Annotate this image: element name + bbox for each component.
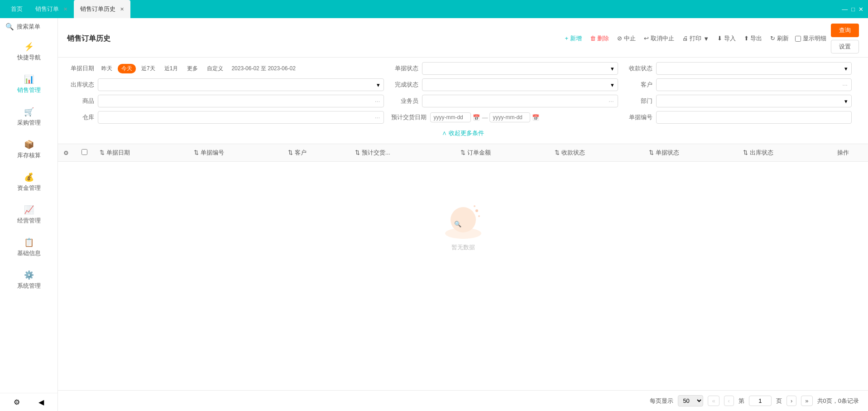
page-size-label: 每页显示 <box>650 397 673 405</box>
import-button[interactable]: ⬇ 导入 <box>715 34 738 44</box>
customer-select[interactable]: ··· <box>656 78 852 91</box>
window-close[interactable]: ✕ <box>858 6 863 13</box>
sidebar-item-sales-mgmt[interactable]: 📊 销售管理 <box>0 68 58 101</box>
sidebar-item-label: 系统管理 <box>17 282 41 290</box>
collapse-bar[interactable]: ∧ 收起更多条件 <box>67 127 859 139</box>
stop-button[interactable]: ⊘ 中止 <box>615 34 638 44</box>
delivery-date-from[interactable] <box>430 112 471 122</box>
tab-sales-history[interactable]: 销售订单历史 ✕ <box>74 0 130 18</box>
th-delivery[interactable]: ⇅ 预计交货... <box>350 144 455 162</box>
window-maximize[interactable]: □ <box>851 6 855 13</box>
export-button[interactable]: ⬆ 导出 <box>742 34 764 44</box>
tab-sales-order-close[interactable]: ✕ <box>63 6 67 12</box>
sidebar-item-label: 基础信息 <box>17 249 41 257</box>
next-page-btn[interactable]: › <box>786 396 796 406</box>
th-outbound[interactable]: ⇅ 出库状态 <box>738 144 832 162</box>
window-controls: — □ ✕ <box>842 6 863 13</box>
prev-page-btn[interactable]: ‹ <box>724 396 734 406</box>
empty-svg: 🔍 <box>438 198 488 241</box>
complete-status-select[interactable]: ▾ <box>422 78 618 91</box>
tab-home[interactable]: 首页 <box>5 0 29 18</box>
tab-sales-history-label: 销售订单历史 <box>80 5 115 13</box>
setting-button[interactable]: 设置 <box>831 40 859 53</box>
delete-button[interactable]: 🗑 删除 <box>588 34 611 44</box>
th-operation-label: 操作 <box>837 149 849 156</box>
th-amount[interactable]: ⇅ 订单金额 <box>455 144 549 162</box>
add-button[interactable]: + 新增 <box>563 34 584 44</box>
sidebar-item-system[interactable]: ⚙️ 系统管理 <box>0 264 58 296</box>
th-settings[interactable]: ⚙ <box>58 144 76 162</box>
th-customer[interactable]: ⇅ 客户 <box>283 144 350 162</box>
settings-icon[interactable]: ⚙ <box>63 150 69 156</box>
refresh-button[interactable]: ↻ 刷新 <box>768 34 791 44</box>
svg-point-5 <box>474 205 475 207</box>
sidebar-item-finance[interactable]: 💰 资金管理 <box>0 166 58 198</box>
tab-sales-history-close[interactable]: ✕ <box>120 6 124 12</box>
page-size-select[interactable]: 10 20 50 100 <box>678 395 703 406</box>
date-btn-7days[interactable]: 近7天 <box>138 64 159 73</box>
filter-collection-item: 收款状态 ▾ <box>625 62 859 75</box>
sidebar-search[interactable]: 🔍 搜索菜单 <box>0 18 58 35</box>
warehouse-select[interactable]: ··· <box>98 111 384 124</box>
calendar-to-icon[interactable]: 📅 <box>532 114 539 121</box>
sidebar-item-quick-nav[interactable]: ⚡ 快捷导航 <box>0 35 58 68</box>
last-page-btn[interactable]: » <box>801 396 812 406</box>
page-header: 销售订单历史 + 新增 🗑 删除 ⊘ 中止 ↩ 取消中止 🖨 打印 ▼ ⬇ 导入… <box>58 18 868 58</box>
sidebar-bottom: ⚙ ◀ <box>0 393 58 411</box>
chevron-down-icon2: ▾ <box>844 65 848 72</box>
chevron-down-icon4: ▾ <box>611 82 614 88</box>
dept-select[interactable]: ▾ <box>656 95 852 107</box>
sidebar-settings-icon[interactable]: ⚙ <box>14 398 20 406</box>
salesman-dots-icon: ··· <box>609 97 614 105</box>
date-range-dash: — <box>482 114 488 121</box>
first-page-btn[interactable]: « <box>708 396 719 406</box>
sidebar-item-basic-info[interactable]: 📋 基础信息 <box>0 231 58 264</box>
sidebar-collapse-icon[interactable]: ◀ <box>38 398 44 406</box>
date-btn-1month[interactable]: 近1月 <box>161 64 182 73</box>
outbound-status-select[interactable]: ▾ <box>98 78 384 91</box>
sidebar-item-operations[interactable]: 📈 经营管理 <box>0 198 58 231</box>
th-checkbox[interactable] <box>76 144 94 162</box>
empty-text: 暂无数据 <box>451 243 475 251</box>
th-number[interactable]: ⇅ 单据编号 <box>188 144 283 162</box>
query-button[interactable]: 查询 <box>831 24 859 37</box>
date-btn-more[interactable]: 更多 <box>183 64 201 73</box>
salesman-select[interactable]: ··· <box>422 95 618 107</box>
customer-dots-icon: ··· <box>842 81 848 88</box>
data-table-container: ⚙ ⇅ 单据日期 ⇅ 单据编号 ⇅ 客户 <box>58 144 868 390</box>
sidebar-item-label: 资金管理 <box>17 184 41 192</box>
table-header-row: ⚙ ⇅ 单据日期 ⇅ 单据编号 ⇅ 客户 <box>58 144 868 162</box>
select-all-checkbox[interactable] <box>82 149 87 155</box>
th-status-label: ⇅ 单据状态 <box>649 149 679 156</box>
quick-nav-icon: ⚡ <box>24 42 34 52</box>
th-delivery-label: ⇅ 预计交货... <box>355 149 390 156</box>
operations-icon: 📈 <box>24 205 34 215</box>
date-btn-today[interactable]: 今天 <box>118 64 136 73</box>
tab-sales-order[interactable]: 销售订单 ✕ <box>29 0 74 18</box>
current-page-input[interactable] <box>749 396 772 406</box>
collection-status-select[interactable]: ▾ <box>656 62 852 75</box>
sidebar-item-purchase-mgmt[interactable]: 🛒 采购管理 <box>0 101 58 133</box>
th-date[interactable]: ⇅ 单据日期 <box>94 144 188 162</box>
date-btn-yesterday[interactable]: 昨天 <box>98 64 116 73</box>
delivery-date-to[interactable] <box>489 112 530 122</box>
th-date-label: ⇅ 单据日期 <box>100 149 130 156</box>
date-btn-custom[interactable]: 自定义 <box>203 64 227 73</box>
collapse-label: ∧ 收起更多条件 <box>442 130 484 136</box>
basic-info-icon: 📋 <box>24 237 34 247</box>
calendar-from-icon[interactable]: 📅 <box>473 114 480 121</box>
display-detail-checkbox[interactable] <box>795 36 801 42</box>
print-button[interactable]: 🖨 打印 ▼ <box>681 34 711 44</box>
order-status-select[interactable]: ▾ <box>422 62 618 75</box>
order-num-input[interactable] <box>656 111 852 124</box>
page-title: 销售订单历史 <box>67 34 110 44</box>
th-status[interactable]: ⇅ 单据状态 <box>643 144 738 162</box>
filter-delivery-date-item: 预计交货日期 📅 — 📅 <box>391 112 625 122</box>
pagination-bar: 每页显示 10 20 50 100 « ‹ 第 页 › » 共0页，0条记录 <box>58 390 868 411</box>
window-minimize[interactable]: — <box>842 6 848 13</box>
th-collection[interactable]: ⇅ 收款状态 <box>549 144 643 162</box>
sidebar-item-label: 销售管理 <box>17 86 41 94</box>
cancel-stop-button[interactable]: ↩ 取消中止 <box>642 34 676 44</box>
product-select[interactable]: ··· <box>98 95 384 107</box>
sidebar-item-inventory[interactable]: 📦 库存核算 <box>0 133 58 166</box>
